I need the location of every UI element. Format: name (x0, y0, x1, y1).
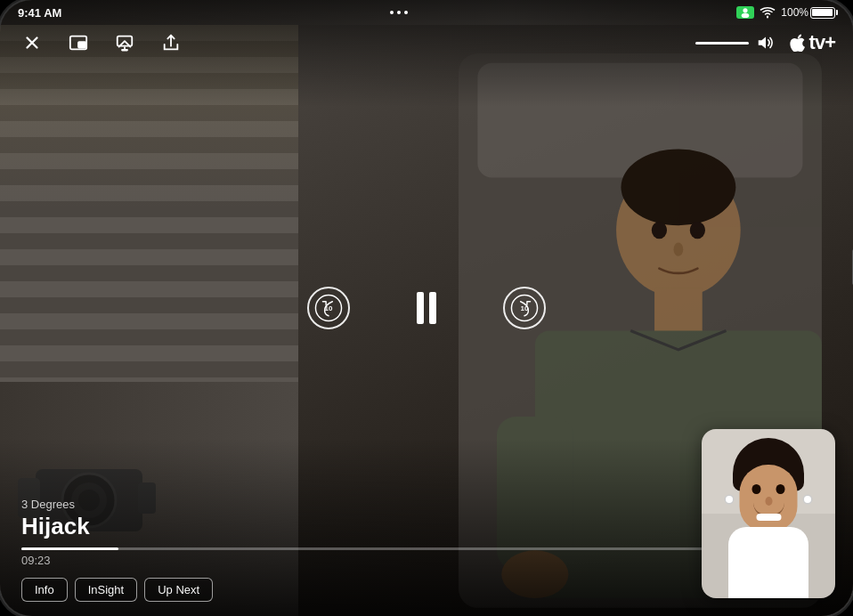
apple-tv-label: tv+ (809, 31, 835, 54)
up-next-button[interactable]: Up Next (144, 578, 213, 602)
pip-body (728, 527, 808, 598)
volume-icon (756, 33, 776, 53)
dot-1 (390, 11, 394, 14)
pip-icon (69, 33, 88, 53)
close-icon (22, 33, 42, 53)
status-right: 100% (736, 6, 835, 19)
pip-person-figure (706, 438, 831, 598)
facetime-pip[interactable] (702, 429, 835, 598)
pip-eye-right (776, 484, 785, 494)
pause-button[interactable] (403, 285, 450, 331)
ipad-frame: 9:41 AM 100% (0, 0, 853, 616)
wifi-icon (760, 6, 776, 19)
svg-point-17 (743, 8, 748, 12)
battery-bar (810, 7, 835, 19)
pip-earbud-left (726, 496, 733, 503)
status-center-dots (390, 11, 408, 14)
insight-button[interactable]: InSight (75, 578, 137, 602)
svg-point-3 (621, 149, 736, 225)
battery-indicator: 100% (781, 6, 835, 19)
dot-2 (397, 11, 401, 14)
volume-control[interactable] (695, 33, 776, 53)
pip-button[interactable] (64, 28, 93, 57)
svg-point-7 (690, 222, 705, 239)
skip-forward-icon: 10 (510, 294, 539, 322)
battery-fill (812, 9, 833, 16)
status-time: 9:41 AM (18, 6, 61, 20)
progress-fill (21, 547, 118, 550)
svg-point-8 (674, 243, 684, 256)
airplay-icon (115, 33, 134, 53)
playback-controls: 10 10 (307, 285, 546, 331)
pip-eye-left (752, 484, 761, 494)
pip-teeth (756, 514, 781, 521)
volume-track (695, 42, 749, 45)
skip-forward-button[interactable]: 10 (503, 287, 546, 329)
person-svg (740, 7, 751, 18)
pause-bar-left (417, 292, 424, 324)
status-bar: 9:41 AM 100% (0, 0, 853, 25)
skip-back-button[interactable]: 10 (307, 287, 350, 329)
top-controls: tv+ (0, 28, 853, 57)
info-button[interactable]: Info (21, 578, 68, 602)
apple-logo-icon (790, 34, 808, 52)
dot-3 (404, 11, 408, 14)
battery-percent-label: 100% (781, 6, 808, 19)
svg-point-6 (652, 222, 667, 239)
close-button[interactable] (18, 28, 46, 57)
top-left-controls (18, 28, 185, 57)
svg-rect-20 (78, 42, 85, 47)
pause-icon (417, 292, 436, 324)
pause-bar-right (429, 292, 436, 324)
apple-tv-logo: tv+ (790, 31, 835, 54)
airplay-button[interactable] (110, 28, 139, 57)
top-right-controls: tv+ (695, 31, 835, 54)
skip-back-icon: 10 (314, 294, 343, 322)
share-button[interactable] (157, 28, 185, 57)
svg-point-18 (742, 13, 750, 18)
pip-face (740, 465, 798, 531)
facetime-active-icon (736, 6, 754, 19)
svg-rect-4 (654, 288, 703, 336)
share-icon (161, 33, 181, 53)
pip-earbud-right (804, 496, 811, 503)
